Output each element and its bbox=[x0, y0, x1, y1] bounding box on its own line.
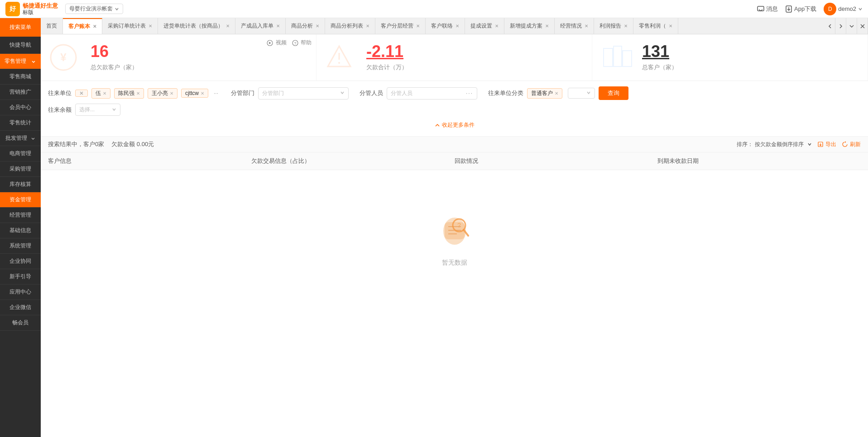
collapse-btn[interactable]: 收起更多条件 bbox=[429, 119, 480, 131]
sidebar-item-enterprise[interactable]: 企业协同 bbox=[0, 254, 41, 269]
logo: 好 畅捷通好生意 标版 bbox=[5, 2, 58, 16]
tab-close-customer-contact[interactable]: ✕ bbox=[456, 24, 459, 28]
stat-number-debt: -2.11 bbox=[366, 43, 408, 60]
sort-select[interactable]: 按欠款金额倒序排序 bbox=[755, 141, 812, 148]
tab-close-product-analysis[interactable]: ✕ bbox=[316, 24, 319, 28]
sidebar-item-base-info[interactable]: 基础信息 bbox=[0, 223, 41, 238]
sidebar-item-retail-stats[interactable]: 零售统计 bbox=[0, 115, 41, 131]
dept-select[interactable]: 分管部门 bbox=[258, 87, 349, 100]
tab-close-all[interactable] bbox=[857, 18, 868, 34]
tab-close-product-analysis-list[interactable]: ✕ bbox=[366, 24, 369, 28]
dept-label: 分管部门 bbox=[231, 89, 254, 97]
tab-production-stock[interactable]: 产成品入库单 ✕ bbox=[235, 18, 286, 34]
sidebar-item-wholesale[interactable]: 批发管理 bbox=[0, 131, 41, 146]
col-header-debt: 欠款交易信息（占比） bbox=[251, 157, 455, 165]
tab-home[interactable]: 首页 bbox=[41, 18, 63, 34]
unit-class-select[interactable] bbox=[568, 88, 595, 99]
search-menu-label[interactable]: 搜索菜单 bbox=[4, 22, 37, 33]
sidebar-item-inventory[interactable]: 库存核算 bbox=[0, 177, 41, 192]
svg-rect-14 bbox=[614, 46, 622, 66]
tab-close-retail-profit[interactable]: ✕ bbox=[669, 24, 672, 28]
query-button[interactable]: 查询 bbox=[599, 86, 628, 100]
user-avatar: D bbox=[824, 3, 836, 15]
store-selector[interactable]: 母婴行业演示帐套 bbox=[65, 4, 123, 14]
export-button[interactable]: 导出 bbox=[817, 141, 836, 148]
tab-advance-settings[interactable]: 提成设置 ✕ bbox=[465, 18, 504, 34]
tab-retail-profit[interactable]: 零售利润（ ✕ bbox=[633, 18, 678, 34]
tab-new-advance[interactable]: 新增提成方案 ✕ bbox=[504, 18, 555, 34]
tab-close-production-stock[interactable]: ✕ bbox=[276, 24, 280, 28]
filter-tag-chen: 陈民强 ✕ bbox=[114, 88, 144, 99]
sidebar-item-ecommerce[interactable]: 电商管理 bbox=[0, 146, 41, 162]
sidebar-item-marketing[interactable]: 营销推广 bbox=[0, 85, 41, 100]
remove-tag-chen[interactable]: ✕ bbox=[136, 91, 140, 96]
remove-tag-normal-customer[interactable]: ✕ bbox=[555, 91, 558, 96]
tab-customer-segment[interactable]: 客户分层经营 ✕ bbox=[375, 18, 426, 34]
logo-icon: 好 bbox=[5, 2, 20, 16]
tab-customer-account[interactable]: 客户账本 ✕ bbox=[63, 18, 102, 34]
col-header-repay: 回款情况 bbox=[455, 157, 658, 165]
sidebar-item-operations-mgmt[interactable]: 经营管理 bbox=[0, 208, 41, 223]
svg-text:¥: ¥ bbox=[60, 51, 67, 63]
sidebar-item-system[interactable]: 系统管理 bbox=[0, 238, 41, 254]
svg-rect-0 bbox=[758, 6, 764, 11]
filter-tag-unit-all bbox=[75, 90, 88, 97]
remove-tag-wang[interactable]: ✕ bbox=[170, 91, 173, 96]
tab-nav-left[interactable] bbox=[825, 18, 835, 34]
sidebar-item-wechat[interactable]: 企业微信 bbox=[0, 300, 41, 315]
filter-more-units[interactable]: ··· bbox=[212, 89, 220, 97]
sidebar-item-finance[interactable]: 资金管理 bbox=[0, 192, 41, 208]
svg-rect-15 bbox=[623, 51, 632, 66]
tab-profit-report[interactable]: 利润报告 ✕ bbox=[594, 18, 633, 34]
sidebar-item-membership[interactable]: 畅会员 bbox=[0, 315, 41, 331]
tab-close-advance-settings[interactable]: ✕ bbox=[495, 24, 499, 28]
remove-tag-wu[interactable]: ✕ bbox=[103, 91, 106, 96]
sidebar-item-purchase[interactable]: 采购管理 bbox=[0, 162, 41, 177]
refresh-button[interactable]: 刷新 bbox=[842, 141, 861, 148]
balance-select[interactable]: 选择... bbox=[75, 104, 120, 116]
sidebar-item-retail[interactable]: 零售管理 bbox=[0, 54, 41, 69]
sidebar-search-area[interactable]: 搜索菜单 bbox=[0, 18, 41, 37]
unit-class-label: 往来单位分类 bbox=[488, 89, 523, 97]
user-menu[interactable]: D demo2 bbox=[824, 3, 863, 15]
top-actions: 消息 App下载 D demo2 bbox=[757, 3, 863, 15]
remove-tag-cjttcw[interactable]: ✕ bbox=[201, 91, 204, 96]
sidebar-item-quick-nav[interactable]: 快捷导航 bbox=[0, 37, 41, 54]
filter-section: 往来单位 伍 ✕ 陈民强 ✕ 王小亮 bbox=[41, 81, 868, 137]
tab-close-new-advance[interactable]: ✕ bbox=[545, 24, 549, 28]
tab-operations[interactable]: 经营情况 ✕ bbox=[555, 18, 594, 34]
sidebar-item-newbie[interactable]: 新手引导 bbox=[0, 269, 41, 285]
balance-label: 往来余额 bbox=[48, 106, 72, 114]
app-download-btn[interactable]: App下载 bbox=[785, 5, 816, 13]
sort-area: 排序： 按欠款金额倒序排序 bbox=[737, 141, 812, 148]
sidebar-item-member[interactable]: 会员中心 bbox=[0, 100, 41, 115]
stat-help-area: 视频 ? 帮助 bbox=[267, 39, 312, 47]
svg-rect-13 bbox=[604, 48, 613, 66]
filter-row-2: 往来余额 选择... bbox=[48, 104, 861, 116]
col-header-customer: 客户信息 bbox=[48, 157, 251, 165]
tab-product-analysis-list[interactable]: 商品分析列表 ✕ bbox=[325, 18, 375, 34]
stat-label-all-customers: 总客户（家） bbox=[642, 63, 677, 71]
tab-close-purchase-orders[interactable]: ✕ bbox=[149, 24, 152, 28]
sidebar-item-retail-mall[interactable]: 零售商城 bbox=[0, 69, 41, 85]
tab-close-purchase-stats[interactable]: ✕ bbox=[226, 24, 230, 28]
tab-close-customer-account[interactable]: ✕ bbox=[93, 24, 96, 29]
tab-nav-dropdown[interactable] bbox=[846, 18, 857, 34]
tab-purchase-stats[interactable]: 进货单统计表（按商品） ✕ bbox=[158, 18, 235, 34]
message-btn[interactable]: 消息 bbox=[757, 5, 778, 13]
tab-customer-contact[interactable]: 客户联络 ✕ bbox=[426, 18, 465, 34]
tab-close-operations[interactable]: ✕ bbox=[585, 24, 588, 28]
tab-close-customer-segment[interactable]: ✕ bbox=[416, 24, 420, 28]
tab-nav-right[interactable] bbox=[835, 18, 846, 34]
sidebar-item-app-center[interactable]: 应用中心 bbox=[0, 285, 41, 300]
person-select[interactable]: 分管人员 ··· bbox=[387, 87, 477, 100]
page-content: ¥ 16 总欠款客户（家） 视频 bbox=[41, 34, 868, 437]
help-link[interactable]: ? 帮助 bbox=[292, 39, 312, 47]
filter-tag-wang: 王小亮 ✕ bbox=[148, 88, 177, 99]
tab-purchase-orders[interactable]: 采购订单统计表 ✕ bbox=[102, 18, 158, 34]
tab-product-analysis[interactable]: 商品分析 ✕ bbox=[286, 18, 325, 34]
tab-close-profit-report[interactable]: ✕ bbox=[624, 24, 628, 28]
video-link[interactable]: 视频 bbox=[267, 39, 286, 47]
result-info: 搜索结果中，客户0家 欠款金额 0.00元 bbox=[48, 140, 154, 148]
top-bar: 好 畅捷通好生意 标版 母婴行业演示帐套 消息 App下载 D demo2 bbox=[0, 0, 868, 18]
